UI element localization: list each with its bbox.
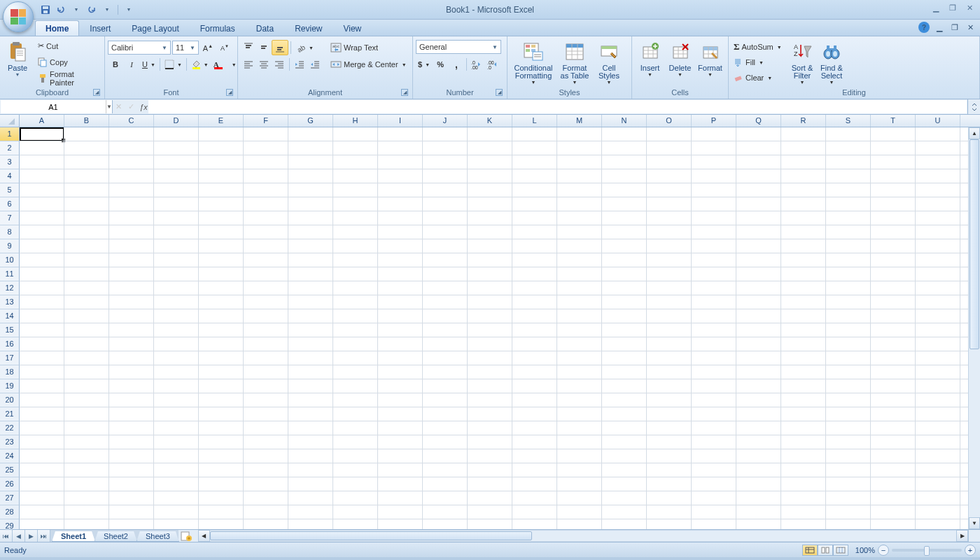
redo-icon[interactable] <box>85 4 98 16</box>
row-header-16[interactable]: 16 <box>0 337 20 351</box>
align-center-button[interactable] <box>256 57 272 72</box>
number-launcher[interactable]: ◢ <box>496 89 503 96</box>
tab-review[interactable]: Review <box>284 20 332 36</box>
close-button[interactable]: ✕ <box>963 3 976 13</box>
row-header-20[interactable]: 20 <box>0 393 20 407</box>
find-select-button[interactable]: Find & Select▼ <box>817 38 846 88</box>
sheet-tab-sheet2[interactable]: Sheet2 <box>94 531 137 542</box>
undo-dropdown-icon[interactable]: ▼ <box>70 4 83 16</box>
align-bottom-button[interactable] <box>272 40 288 55</box>
row-header-12[interactable]: 12 <box>0 281 20 295</box>
restore-button[interactable]: ❐ <box>946 3 959 13</box>
name-box-dropdown[interactable]: ▼ <box>106 100 112 113</box>
column-header-S[interactable]: S <box>826 115 871 127</box>
row-header-14[interactable]: 14 <box>0 309 20 323</box>
row-header-3[interactable]: 3 <box>0 155 20 169</box>
column-header-C[interactable]: C <box>109 115 154 127</box>
format-painter-button[interactable]: Format Painter <box>34 70 102 86</box>
tab-insert[interactable]: Insert <box>79 20 121 36</box>
row-header-28[interactable]: 28 <box>0 505 20 519</box>
column-header-B[interactable]: B <box>64 115 109 127</box>
fill-button[interactable]: Fill▼ <box>732 55 788 70</box>
bold-button[interactable]: B <box>108 57 123 72</box>
font-color-button[interactable]: A▼ <box>211 57 239 72</box>
vscroll-thumb[interactable] <box>969 139 979 349</box>
page-break-view-button[interactable] <box>833 545 848 556</box>
row-header-19[interactable]: 19 <box>0 379 20 393</box>
paste-button[interactable]: Paste ▼ <box>3 38 32 80</box>
borders-button[interactable]: ▼ <box>162 57 184 72</box>
row-header-6[interactable]: 6 <box>0 197 20 211</box>
page-layout-view-button[interactable] <box>818 545 833 556</box>
column-header-A[interactable]: A <box>20 115 64 127</box>
vscroll-track[interactable] <box>969 139 980 517</box>
cut-button[interactable]: ✂Cut <box>34 38 102 54</box>
format-as-table-button[interactable]: Format as Table▼ <box>556 38 593 88</box>
comma-format-button[interactable]: , <box>449 57 464 72</box>
fill-color-button[interactable]: ▼ <box>189 57 211 72</box>
row-header-15[interactable]: 15 <box>0 323 20 337</box>
row-header-9[interactable]: 9 <box>0 239 20 253</box>
column-header-I[interactable]: I <box>378 115 423 127</box>
sort-filter-button[interactable]: AZ Sort & Filter▼ <box>788 38 817 88</box>
column-header-M[interactable]: M <box>557 115 602 127</box>
tab-formulas[interactable]: Formulas <box>190 20 246 36</box>
sheet-tab-sheet3[interactable]: Sheet3 <box>136 531 179 542</box>
percent-format-button[interactable]: % <box>433 57 448 72</box>
row-header-22[interactable]: 22 <box>0 421 20 435</box>
row-header-27[interactable]: 27 <box>0 491 20 505</box>
column-header-J[interactable]: J <box>423 115 468 127</box>
row-header-4[interactable]: 4 <box>0 169 20 183</box>
column-header-P[interactable]: P <box>692 115 736 127</box>
font-size-combo[interactable]: 11▼ <box>172 41 199 55</box>
font-launcher[interactable]: ◢ <box>226 89 233 96</box>
row-header-29[interactable]: 29 <box>0 519 20 529</box>
grow-font-button[interactable]: A▲ <box>200 40 216 55</box>
column-header-H[interactable]: H <box>333 115 378 127</box>
row-header-8[interactable]: 8 <box>0 225 20 239</box>
align-middle-button[interactable] <box>256 40 272 55</box>
underline-button[interactable]: U▼ <box>140 57 158 72</box>
formula-input[interactable] <box>148 100 967 113</box>
row-header-24[interactable]: 24 <box>0 449 20 463</box>
first-sheet-button[interactable]: ⏮ <box>0 530 13 542</box>
autosum-button[interactable]: ΣAutoSum▼ <box>732 39 788 55</box>
ribbon-minimize-button[interactable]: ▁ <box>934 22 945 33</box>
column-header-Q[interactable]: Q <box>736 115 781 127</box>
row-header-1[interactable]: 1 <box>0 127 20 141</box>
tab-view[interactable]: View <box>332 20 372 36</box>
row-header-11[interactable]: 11 <box>0 267 20 281</box>
zoom-level[interactable]: 100% <box>855 546 875 554</box>
wrap-text-button[interactable]: abcWrap Text <box>328 40 412 55</box>
align-top-button[interactable] <box>241 40 256 55</box>
column-header-U[interactable]: U <box>916 115 960 127</box>
scroll-left-button[interactable]: ◀ <box>198 530 210 542</box>
column-header-T[interactable]: T <box>871 115 916 127</box>
vertical-scrollbar[interactable]: ▲ ▼ <box>968 127 980 529</box>
hscroll-track[interactable] <box>210 530 956 542</box>
column-header-F[interactable]: F <box>244 115 288 127</box>
qat-customize-icon[interactable]: ▼ <box>122 4 135 16</box>
format-cells-button[interactable]: Format▼ <box>695 38 725 80</box>
row-header-17[interactable]: 17 <box>0 351 20 365</box>
active-cell-cursor[interactable] <box>20 127 64 141</box>
row-header-13[interactable]: 13 <box>0 295 20 309</box>
column-header-K[interactable]: K <box>468 115 512 127</box>
increase-indent-button[interactable] <box>307 57 323 72</box>
font-name-combo[interactable]: Calibri▼ <box>108 41 171 55</box>
help-icon[interactable]: ? <box>918 22 930 33</box>
select-all-button[interactable] <box>0 115 20 127</box>
tab-data[interactable]: Data <box>246 20 284 36</box>
zoom-in-button[interactable]: + <box>965 545 976 556</box>
merge-center-button[interactable]: Merge & Center▼ <box>328 57 412 72</box>
window-close2-button[interactable]: ✕ <box>965 22 976 33</box>
prev-sheet-button[interactable]: ◀ <box>13 530 25 542</box>
column-header-E[interactable]: E <box>199 115 244 127</box>
insert-cells-button[interactable]: Insert▼ <box>635 38 665 80</box>
normal-view-button[interactable] <box>802 545 818 556</box>
orientation-button[interactable]: ab▼ <box>293 40 316 55</box>
align-left-button[interactable] <box>241 57 256 72</box>
alignment-launcher[interactable]: ◢ <box>401 89 408 96</box>
office-button[interactable] <box>3 1 34 32</box>
enter-formula-button[interactable]: ✓ <box>126 102 136 113</box>
